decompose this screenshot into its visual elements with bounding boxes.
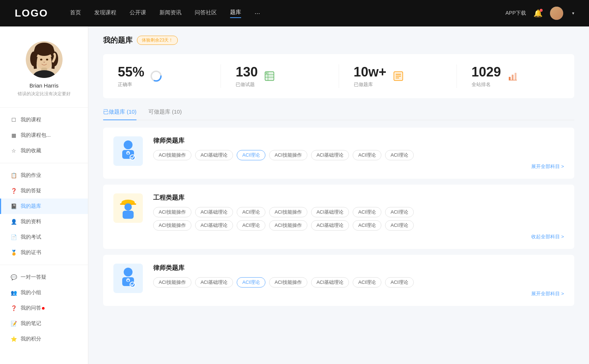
certificates-icon: 🏅 [10, 249, 17, 256]
qa-icon: ❓ [10, 188, 17, 194]
tab-done[interactable]: 已做题库 (10) [103, 108, 137, 120]
tag-lawyer2-4[interactable]: ACI技能操作 [269, 277, 307, 288]
course-pack-icon: ▦ [10, 132, 17, 139]
category-card-lawyer-1: 律师类题库 ACI技能操作 ACI基础理论 ACI理论 ACI技能操作 ACI基… [103, 128, 574, 179]
svg-rect-25 [512, 75, 514, 80]
stat-accuracy: 55% 正确率 [118, 64, 221, 88]
nav-more[interactable]: ··· [254, 10, 260, 17]
sidebar-item-notes[interactable]: 📝 我的笔记 [0, 316, 88, 331]
tag-eng-r1-4[interactable]: ACI技能操作 [269, 207, 307, 217]
groups-icon: 👥 [10, 289, 17, 296]
stat-rank-value: 1029 [472, 64, 501, 80]
sidebar-item-my-data[interactable]: 👤 我的资料 [0, 214, 88, 229]
expand-lawyer1-link[interactable]: 展开全部科目 > [153, 163, 564, 170]
tag-eng-r1-1[interactable]: ACI技能操作 [153, 207, 191, 217]
sidebar-item-my-qa[interactable]: ❓ 我的问答 [0, 300, 88, 316]
svg-point-28 [124, 140, 133, 149]
nav-qa[interactable]: 问答社区 [195, 9, 217, 18]
category-1-content: 律师类题库 ACI技能操作 ACI基础理论 ACI理论 ACI技能操作 ACI基… [153, 136, 564, 170]
sidebar-item-one-on-one[interactable]: 💬 一对一答疑 [0, 270, 88, 285]
sidebar-item-label: 我的作业 [21, 172, 41, 179]
tag-lawyer1-5[interactable]: ACI基础理论 [311, 150, 349, 160]
points-icon: ⭐ [10, 336, 17, 342]
donut-chart [150, 70, 162, 82]
sidebar-item-my-course[interactable]: ☐ 我的课程 [0, 112, 88, 128]
sidebar-item-qa[interactable]: ❓ 我的答疑 [0, 183, 88, 199]
tag-lawyer2-5[interactable]: ACI基础理论 [311, 277, 349, 288]
sidebar-item-certificates[interactable]: 🏅 我的证书 [0, 245, 88, 260]
tag-eng-r1-7[interactable]: ACI理论 [385, 207, 414, 217]
sidebar: Brian Harris 错误的决定比没有决定要好 ☐ 我的课程 ▦ 我的课程包… [0, 26, 88, 364]
tag-eng-r1-5[interactable]: ACI基础理论 [311, 207, 349, 217]
tag-eng-r1-6[interactable]: ACI理论 [353, 207, 381, 217]
user-avatar-nav[interactable] [550, 7, 563, 20]
tag-eng-r2-2[interactable]: ACI基础理论 [195, 220, 233, 231]
stat-bank-done-value: 10w+ [354, 64, 387, 80]
tag-lawyer2-7[interactable]: ACI理论 [385, 277, 414, 288]
nav-home[interactable]: 首页 [70, 9, 81, 18]
exams-icon: 📄 [10, 234, 17, 240]
my-qa-icon: ❓ [10, 305, 17, 311]
tag-lawyer1-7[interactable]: ACI理论 [385, 150, 414, 160]
svg-point-9 [46, 59, 48, 61]
tag-lawyer1-2[interactable]: ACI基础理论 [195, 150, 233, 160]
notification-bell-icon[interactable]: 🔔 [533, 9, 543, 18]
tag-eng-r2-5[interactable]: ACI基础理论 [311, 220, 349, 231]
tag-lawyer1-1[interactable]: ACI技能操作 [153, 150, 191, 160]
tag-eng-r2-1[interactable]: ACI技能操作 [153, 220, 191, 231]
svg-point-37 [124, 268, 133, 276]
page-header: 我的题库 体验剩余23天！ [103, 35, 574, 45]
lawyer-icon-wrap [113, 136, 143, 166]
stats-row: 55% 正确率 130 已做试题 [103, 54, 574, 98]
sidebar-item-points[interactable]: ⭐ 我的积分 [0, 331, 88, 347]
collapse-engineer-link[interactable]: 收起全部科目 > [153, 233, 564, 240]
svg-point-35 [124, 203, 132, 211]
nav-open-course[interactable]: 公开课 [130, 9, 146, 18]
tag-lawyer2-3[interactable]: ACI理论 [237, 277, 265, 288]
stat-rank: 1029 全站排名 [457, 64, 560, 88]
sidebar-item-groups[interactable]: 👥 我的小组 [0, 285, 88, 300]
sidebar-item-question-bank[interactable]: 📓 我的题库 [0, 199, 88, 214]
tag-eng-r2-3[interactable]: ACI理论 [237, 220, 265, 231]
my-data-icon: 👤 [10, 218, 17, 225]
page-wrapper: Brian Harris 错误的决定比没有决定要好 ☐ 我的课程 ▦ 我的课程包… [0, 26, 589, 364]
tag-lawyer1-6[interactable]: ACI理论 [353, 150, 381, 160]
spreadsheet-icon-svg [264, 71, 275, 81]
lawyer-person-icon [119, 140, 138, 163]
user-motto: 错误的决定比没有决定要好 [10, 91, 78, 97]
sidebar-item-exams[interactable]: 📄 我的考试 [0, 229, 88, 245]
expand-lawyer2-link[interactable]: 展开全部科目 > [153, 290, 564, 297]
sidebar-item-course-pack[interactable]: ▦ 我的课程包... [0, 128, 88, 143]
trial-badge: 体验剩余23天！ [137, 36, 178, 45]
nav-question-bank[interactable]: 题库 [230, 9, 241, 18]
tag-eng-r2-7[interactable]: ACI理论 [385, 220, 414, 231]
sidebar-item-label: 一对一答疑 [21, 274, 46, 281]
svg-rect-24 [509, 77, 511, 80]
tag-lawyer2-6[interactable]: ACI理论 [353, 277, 381, 288]
app-download-button[interactable]: APP下载 [505, 10, 526, 17]
tag-eng-r2-4[interactable]: ACI技能操作 [269, 220, 307, 231]
notes-icon: 📝 [10, 320, 17, 327]
sidebar-item-label: 我的笔记 [21, 320, 41, 327]
tag-lawyer2-2[interactable]: ACI基础理论 [195, 277, 233, 288]
sidebar-item-label: 我的课程包... [21, 132, 51, 139]
tag-eng-r2-6[interactable]: ACI理论 [353, 220, 381, 231]
nav-menu: 首页 发现课程 公开课 新闻资讯 问答社区 题库 ··· [70, 9, 505, 18]
sidebar-item-favorites[interactable]: ☆ 我的收藏 [0, 143, 88, 158]
stat-accuracy-icon [149, 69, 163, 83]
category-3-tags: ACI技能操作 ACI基础理论 ACI理论 ACI技能操作 ACI基础理论 AC… [153, 277, 564, 288]
nav-news[interactable]: 新闻资讯 [159, 9, 181, 18]
tag-lawyer1-3[interactable]: ACI理论 [237, 150, 265, 160]
lawyer2-icon-wrap [113, 264, 143, 293]
user-menu-chevron[interactable]: ▾ [572, 11, 574, 16]
tag-eng-r1-2[interactable]: ACI基础理论 [195, 207, 233, 217]
divider-1 [0, 107, 88, 108]
one-on-one-icon: 💬 [10, 274, 17, 281]
sidebar-item-homework[interactable]: 📋 我的作业 [0, 168, 88, 183]
tag-lawyer2-1[interactable]: ACI技能操作 [153, 277, 191, 288]
homework-icon: 📋 [10, 172, 17, 179]
tab-available[interactable]: 可做题库 (10) [148, 108, 182, 120]
nav-discover[interactable]: 发现课程 [94, 9, 116, 18]
tag-lawyer1-4[interactable]: ACI技能操作 [269, 150, 307, 160]
tag-eng-r1-3[interactable]: ACI理论 [237, 207, 265, 217]
